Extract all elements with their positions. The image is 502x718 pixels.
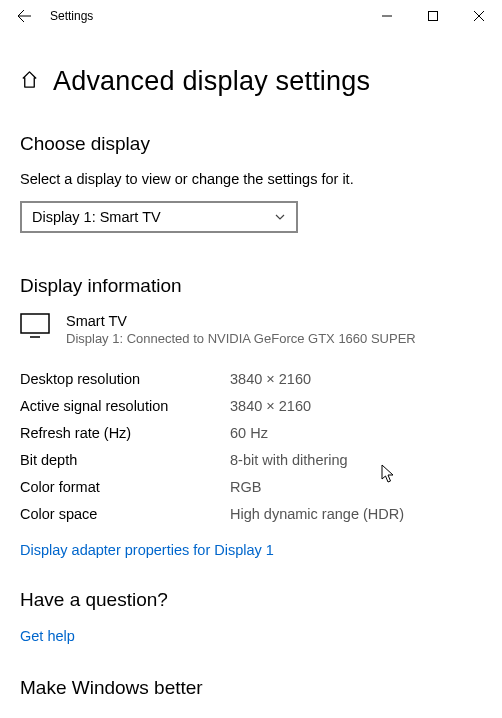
display-info-section: Display information Smart TV Display 1: … [20, 275, 482, 559]
feedback-heading: Make Windows better [20, 677, 482, 699]
page-title: Advanced display settings [53, 66, 370, 97]
prop-label: Color space [20, 501, 230, 528]
prop-signal-resolution: Active signal resolution 3840 × 2160 [20, 393, 482, 420]
choose-display-heading: Choose display [20, 133, 482, 155]
prop-color-space: Color space High dynamic range (HDR) [20, 501, 482, 528]
svg-rect-0 [429, 12, 438, 21]
prop-value: 3840 × 2160 [230, 366, 311, 393]
prop-label: Refresh rate (Hz) [20, 420, 230, 447]
prop-desktop-resolution: Desktop resolution 3840 × 2160 [20, 366, 482, 393]
prop-value: High dynamic range (HDR) [230, 501, 404, 528]
choose-display-help: Select a display to view or change the s… [20, 171, 482, 187]
back-button[interactable] [8, 0, 40, 32]
prop-refresh-rate: Refresh rate (Hz) 60 Hz [20, 420, 482, 447]
content-area: Advanced display settings Choose display… [0, 32, 502, 718]
home-button[interactable] [20, 70, 39, 93]
adapter-properties-link[interactable]: Display adapter properties for Display 1 [20, 542, 274, 558]
monitor-icon [20, 313, 50, 339]
get-help-link[interactable]: Get help [20, 628, 75, 644]
prop-value: RGB [230, 474, 261, 501]
titlebar-app-name: Settings [50, 9, 93, 23]
help-heading: Have a question? [20, 589, 482, 611]
prop-value: 3840 × 2160 [230, 393, 311, 420]
minimize-icon [382, 11, 392, 21]
prop-label: Active signal resolution [20, 393, 230, 420]
prop-label: Color format [20, 474, 230, 501]
prop-bit-depth: Bit depth 8-bit with dithering [20, 447, 482, 474]
device-connection: Display 1: Connected to NVIDIA GeForce G… [66, 331, 416, 346]
prop-label: Bit depth [20, 447, 230, 474]
feedback-section: Make Windows better Give us feedback [20, 677, 482, 718]
device-summary: Smart TV Display 1: Connected to NVIDIA … [20, 313, 482, 346]
page-header: Advanced display settings [20, 66, 482, 97]
maximize-icon [428, 11, 438, 21]
device-name: Smart TV [66, 313, 416, 329]
display-selector-value: Display 1: Smart TV [32, 209, 161, 225]
chevron-down-icon [274, 211, 286, 223]
maximize-button[interactable] [410, 0, 456, 32]
window-controls [364, 0, 502, 32]
home-icon [20, 70, 39, 89]
close-icon [474, 11, 484, 21]
display-info-heading: Display information [20, 275, 482, 297]
prop-value: 8-bit with dithering [230, 447, 348, 474]
svg-rect-1 [21, 314, 49, 333]
prop-label: Desktop resolution [20, 366, 230, 393]
close-button[interactable] [456, 0, 502, 32]
titlebar: Settings [0, 0, 502, 32]
choose-display-section: Choose display Select a display to view … [20, 133, 482, 233]
prop-color-format: Color format RGB [20, 474, 482, 501]
display-selector[interactable]: Display 1: Smart TV [20, 201, 298, 233]
minimize-button[interactable] [364, 0, 410, 32]
prop-value: 60 Hz [230, 420, 268, 447]
help-section: Have a question? Get help [20, 589, 482, 645]
arrow-left-icon [16, 8, 32, 24]
